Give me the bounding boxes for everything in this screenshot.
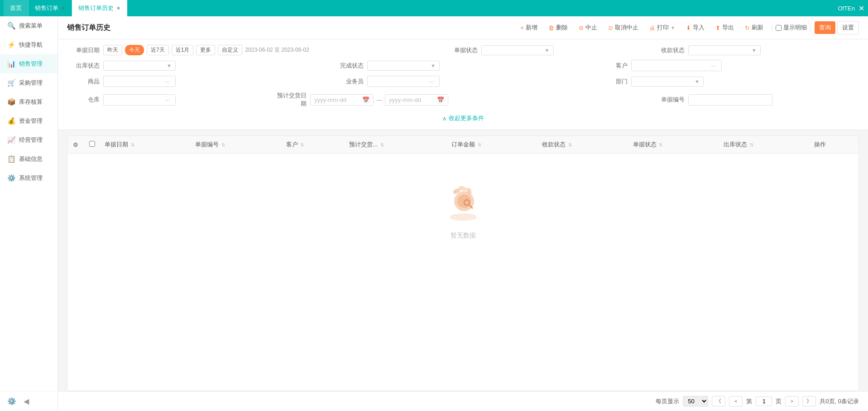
warehouse-dots[interactable]: ··· (163, 97, 172, 103)
add-button[interactable]: + 新增 (516, 21, 542, 34)
table-settings-header[interactable]: ⚙ (67, 136, 84, 154)
next-page-btn[interactable]: ＞ (785, 396, 799, 406)
tab-sales-order[interactable]: 销售订单 ✕ (29, 0, 72, 16)
delivery-end-date[interactable]: yyyy-mm-dd 📅 (385, 94, 448, 106)
calendar-start-icon[interactable]: 📅 (362, 97, 369, 103)
delete-button[interactable]: 🗑 删除 (544, 21, 572, 34)
per-page-select[interactable]: 10 20 50 100 (683, 396, 708, 406)
custom-btn[interactable]: 自定义 (218, 45, 242, 55)
sort-doc-status-icon[interactable]: ⇅ (659, 142, 662, 147)
sidebar-collapse-icon[interactable]: ◀ (24, 397, 29, 406)
sidebar-label-system: 系统管理 (19, 174, 43, 182)
payment-status-select[interactable]: ▼ (688, 45, 761, 55)
table-header-number: 单据编号 ⇅ (191, 136, 281, 154)
often-text: OfTEn (838, 5, 855, 12)
query-button[interactable]: 查询 (815, 21, 835, 34)
sidebar-item-basic-info[interactable]: 📋 基础信息 (0, 150, 58, 169)
salesman-dots[interactable]: ··· (427, 78, 436, 85)
sidebar-item-purchase-manage[interactable]: 🛒 采购管理 (0, 73, 58, 92)
delivery-start-placeholder: yyyy-mm-dd (314, 97, 346, 103)
sort-customer-icon[interactable]: ⇅ (300, 142, 304, 147)
calendar-end-icon[interactable]: 📅 (437, 97, 444, 103)
doc-status-select[interactable]: ▼ (481, 45, 554, 55)
current-page-input[interactable] (756, 396, 772, 406)
refresh-button[interactable]: ↻ 刷新 (740, 21, 768, 34)
total-text: 共0页, 0条记录 (820, 397, 859, 406)
sidebar-item-system[interactable]: ⚙️ 系统管理 (0, 169, 58, 188)
svg-point-0 (450, 213, 477, 221)
product-select[interactable]: ··· (103, 76, 176, 87)
sidebar-item-business[interactable]: 📈 经营管理 (0, 131, 58, 150)
settings-label: 设置 (842, 24, 854, 32)
query-label: 查询 (819, 24, 831, 32)
sidebar-item-quick-nav[interactable]: ⚡ 快捷导航 (0, 35, 58, 54)
sidebar-item-inventory[interactable]: 📦 库存核算 (0, 92, 58, 111)
stop-button[interactable]: ⊘ 中止 (574, 21, 602, 34)
filter-row-1: 单据日期 昨天 今天 近7天 近1月 更多 自定义 2023-06-02 至 2… (67, 45, 859, 55)
dept-label: 部门 (595, 77, 631, 86)
refresh-icon: ↻ (745, 24, 750, 31)
sidebar-item-finance[interactable]: 💰 资金管理 (0, 111, 58, 131)
tab-sales-order-history[interactable]: 销售订单历史 ✕ (72, 0, 127, 16)
warehouse-field: ··· (103, 94, 274, 106)
doc-status-label: 单据状态 (445, 46, 481, 54)
today-btn[interactable]: 今天 (125, 45, 144, 55)
sort-delivery-icon[interactable]: ⇅ (380, 142, 384, 147)
prev-page-btn[interactable]: ＜ (729, 396, 743, 406)
customer-dots[interactable]: ··· (709, 62, 718, 69)
warehouse-select[interactable]: ··· (103, 94, 176, 106)
empty-icon (441, 181, 486, 226)
select-all-checkbox[interactable] (89, 141, 95, 147)
tab-home[interactable]: 首页 (4, 0, 29, 16)
outbound-status-select[interactable]: ▼ (103, 61, 176, 71)
table-checkbox-header[interactable] (84, 136, 100, 154)
product-dots[interactable]: ··· (163, 78, 172, 85)
close-sales-order-history-tab[interactable]: ✕ (116, 5, 120, 11)
cancel-stop-button[interactable]: ⊙ 取消中止 (604, 21, 643, 34)
dept-dropdown-icon: ▼ (695, 79, 700, 84)
sort-amount-icon[interactable]: ⇅ (478, 142, 481, 147)
yesterday-btn[interactable]: 昨天 (103, 45, 122, 55)
filter-area: 单据日期 昨天 今天 近7天 近1月 更多 自定义 2023-06-02 至 2… (58, 39, 868, 130)
sort-date-icon[interactable]: ⇅ (131, 142, 134, 147)
print-button[interactable]: 🖨 打印 ▼ (645, 21, 680, 34)
sort-payment-icon[interactable]: ⇅ (568, 142, 572, 147)
collapse-filter[interactable]: ∧ 收起更多条件 (67, 112, 859, 124)
export-label: 导出 (722, 24, 734, 32)
sidebar-label-inventory: 库存核算 (19, 98, 43, 106)
week-btn[interactable]: 近7天 (147, 45, 169, 55)
doc-number-input[interactable] (688, 94, 772, 106)
table-header-action: 操作 (810, 136, 858, 154)
sidebar-settings-icon[interactable]: ⚙️ (7, 397, 16, 406)
sort-number-icon[interactable]: ⇅ (221, 142, 225, 147)
doc-number-label: 单据编号 (652, 96, 688, 104)
outbound-status-field: ▼ (103, 61, 331, 71)
salesman-field: ··· (367, 76, 595, 87)
more-btn[interactable]: 更多 (196, 45, 215, 55)
settings-button[interactable]: 设置 (837, 21, 859, 34)
salesman-select[interactable]: ··· (367, 76, 440, 87)
customer-select[interactable]: ··· (631, 60, 722, 71)
sidebar-item-sales-manage[interactable]: 📊 销售管理 (0, 54, 58, 73)
complete-status-select[interactable]: ▼ (367, 61, 440, 71)
outbound-status-label: 出库状态 (67, 62, 103, 70)
display-detail-checkbox[interactable] (776, 25, 782, 31)
pagination: 每页显示 10 20 50 100 《 ＜ 第 页 ＞ 》 共0页, 0条记录 (58, 391, 868, 411)
import-button[interactable]: ⬇ 导入 (681, 21, 709, 34)
cancel-stop-icon: ⊙ (608, 24, 613, 31)
dept-field: ▼ (631, 77, 859, 87)
first-page-btn[interactable]: 《 (712, 396, 725, 406)
topbar-close-icon[interactable]: ✕ (858, 4, 864, 13)
sidebar-item-search-menu[interactable]: 🔍 搜索菜单 (0, 16, 58, 35)
table-header-payment-status: 收款状态 ⇅ (537, 136, 628, 154)
dept-select[interactable]: ▼ (631, 77, 704, 87)
month-btn[interactable]: 近1月 (172, 45, 194, 55)
display-detail-toggle[interactable]: 显示明细 (776, 24, 807, 32)
delivery-start-date[interactable]: yyyy-mm-dd 📅 (310, 94, 374, 106)
sort-outbound-icon[interactable]: ⇅ (750, 142, 753, 147)
close-sales-order-tab[interactable]: ✕ (61, 5, 65, 11)
empty-state: 暂无数据 (67, 154, 858, 267)
salesman-label: 业务员 (331, 77, 367, 86)
export-button[interactable]: ⬆ 导出 (711, 21, 739, 34)
last-page-btn[interactable]: 》 (802, 396, 816, 406)
